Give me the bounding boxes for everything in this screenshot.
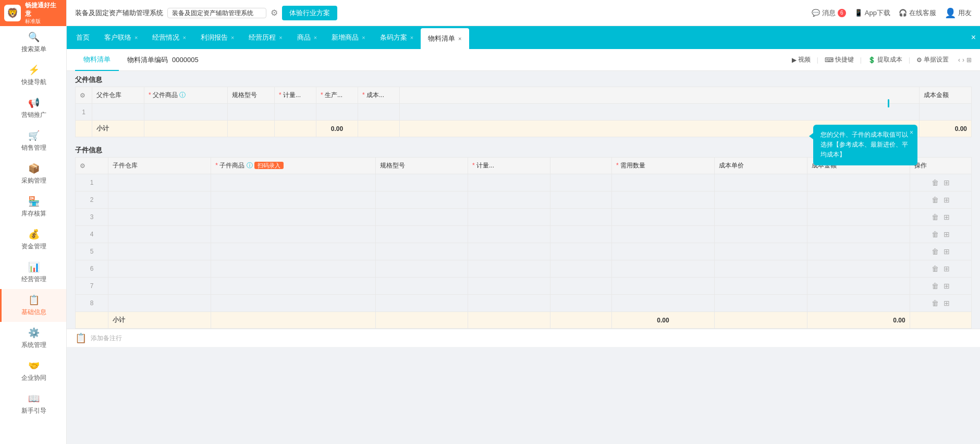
child-unit-cost-2[interactable]	[715, 191, 807, 209]
tab-customers[interactable]: 客户联络 ×	[97, 26, 145, 49]
child-unit-cost-8[interactable]	[715, 295, 807, 312]
parent-warehouse-1[interactable]	[92, 104, 144, 121]
action-shortcut[interactable]: ⌨ 快捷键	[825, 55, 854, 64]
sidebar-item-marketing[interactable]: 📢 营销推广	[0, 92, 66, 125]
child-unit-cost-3[interactable]	[715, 209, 807, 226]
sidebar-item-purchase[interactable]: 📦 采购管理	[0, 158, 66, 190]
tab-bom-close[interactable]: ×	[458, 35, 461, 42]
child-warehouse-6[interactable]	[108, 260, 211, 278]
sub-tab-bom-list[interactable]: 物料清单	[75, 49, 119, 71]
child-unit-6[interactable]	[468, 260, 550, 278]
parent-production-1[interactable]	[316, 104, 358, 121]
child-delete-6[interactable]: 🗑	[930, 263, 940, 274]
child-unit-8[interactable]	[468, 295, 550, 312]
child-warehouse-4[interactable]	[108, 226, 211, 243]
action-single-settings[interactable]: ⚙ 单据设置	[916, 55, 949, 64]
prev-page-btn[interactable]: ‹	[958, 56, 960, 64]
parent-product-1[interactable]	[144, 104, 228, 121]
child-spec-8[interactable]	[375, 295, 468, 312]
child-delete-2[interactable]: 🗑	[930, 195, 940, 205]
child-warehouse-2[interactable]	[108, 191, 211, 209]
child-unit-5[interactable]	[468, 243, 550, 260]
tab-profit[interactable]: 利润报告 ×	[193, 26, 241, 49]
child-product-6[interactable]	[211, 260, 375, 278]
child-warehouse-3[interactable]	[108, 209, 211, 226]
next-page-btn[interactable]: ›	[962, 56, 964, 64]
child-unit-4[interactable]	[468, 226, 550, 243]
child-copy-8[interactable]: ⊞	[942, 298, 951, 308]
child-product-1[interactable]	[211, 174, 375, 191]
tab-history-close[interactable]: ×	[279, 34, 282, 41]
tab-customers-close[interactable]: ×	[134, 34, 138, 41]
child-unit-7[interactable]	[468, 278, 550, 295]
parent-cost-1[interactable]	[358, 104, 400, 121]
message-item[interactable]: 💬 消息 6	[812, 8, 846, 18]
child-warehouse-8[interactable]	[108, 295, 211, 312]
child-product-2[interactable]	[211, 191, 375, 209]
add-row-icon[interactable]: 📋	[75, 332, 87, 344]
child-copy-7[interactable]: ⊞	[942, 281, 951, 291]
sidebar-item-finance[interactable]: 💰 资金管理	[0, 223, 66, 256]
tab-operations-close[interactable]: ×	[182, 34, 186, 41]
child-needed-5[interactable]	[611, 243, 714, 260]
sidebar-item-quick-nav[interactable]: ⚡ 快捷导航	[0, 59, 66, 92]
parent-spec-1[interactable]	[228, 104, 275, 121]
tab-home[interactable]: 首页	[69, 26, 97, 49]
user-item[interactable]: 👤 用友	[945, 7, 972, 19]
tab-goods-close[interactable]: ×	[314, 34, 317, 41]
action-extract-cost[interactable]: 💲 提取成本	[868, 55, 902, 64]
tab-bom[interactable]: 物料清单 ×	[421, 28, 469, 49]
expand-btn[interactable]: ⊞	[966, 56, 972, 64]
child-unit-cost-5[interactable]	[715, 243, 807, 260]
child-copy-3[interactable]: ⊞	[942, 212, 951, 222]
sidebar-item-system[interactable]: ⚙️ 系统管理	[0, 322, 66, 355]
child-unit-cost-7[interactable]	[715, 278, 807, 295]
scan-badge[interactable]: 扫码录入	[254, 162, 284, 169]
sidebar-item-search[interactable]: 🔍 搜索菜单	[0, 26, 66, 59]
child-needed-8[interactable]	[611, 295, 714, 312]
child-spec-2[interactable]	[375, 191, 468, 209]
child-delete-8[interactable]: 🗑	[930, 298, 940, 308]
sidebar-item-operations[interactable]: 📊 经营管理	[0, 256, 66, 289]
child-product-4[interactable]	[211, 226, 375, 243]
child-copy-6[interactable]: ⊞	[942, 263, 951, 274]
tab-operations[interactable]: 经营情况 ×	[145, 26, 193, 49]
child-spec-1[interactable]	[375, 174, 468, 191]
child-unit-cost-4[interactable]	[715, 226, 807, 243]
child-unit-3[interactable]	[468, 209, 550, 226]
child-delete-7[interactable]: 🗑	[930, 281, 940, 291]
sidebar-item-inventory[interactable]: 🏪 库存核算	[0, 190, 66, 223]
child-spec-6[interactable]	[375, 260, 468, 278]
tab-barcode-close[interactable]: ×	[410, 34, 413, 41]
tab-history[interactable]: 经营历程 ×	[241, 26, 289, 49]
child-spec-5[interactable]	[375, 243, 468, 260]
child-needed-6[interactable]	[611, 260, 714, 278]
child-needed-3[interactable]	[611, 209, 714, 226]
child-spec-3[interactable]	[375, 209, 468, 226]
child-product-8[interactable]	[211, 295, 375, 312]
trial-button[interactable]: 体验行业方案	[282, 6, 337, 20]
child-spec-7[interactable]	[375, 278, 468, 295]
tab-goods[interactable]: 商品 ×	[290, 26, 324, 49]
child-delete-3[interactable]: 🗑	[930, 212, 940, 222]
tooltip-close-btn[interactable]: ×	[910, 128, 913, 138]
child-unit-2[interactable]	[468, 191, 550, 209]
child-delete-5[interactable]: 🗑	[930, 246, 940, 257]
child-spec-4[interactable]	[375, 226, 468, 243]
child-copy-2[interactable]: ⊞	[942, 195, 951, 205]
tab-profit-close[interactable]: ×	[231, 34, 234, 41]
parent-unit-1[interactable]	[275, 104, 316, 121]
child-col-settings[interactable]: ⚙	[76, 158, 108, 174]
close-all-tabs[interactable]: ×	[967, 33, 980, 42]
sidebar-item-enterprise[interactable]: 🤝 企业协同	[0, 355, 66, 388]
child-product-3[interactable]	[211, 209, 375, 226]
child-unit-1[interactable]	[468, 174, 550, 191]
sidebar-item-sales[interactable]: 🛒 销售管理	[0, 125, 66, 158]
app-download-item[interactable]: 📱 App下载	[854, 8, 890, 18]
child-warehouse-7[interactable]	[108, 278, 211, 295]
child-warehouse-5[interactable]	[108, 243, 211, 260]
tab-new-goods-close[interactable]: ×	[362, 34, 365, 41]
sidebar-item-guide[interactable]: 📖 新手引导	[0, 388, 66, 421]
child-delete-4[interactable]: 🗑	[930, 229, 940, 239]
child-needed-1[interactable]	[611, 174, 714, 191]
